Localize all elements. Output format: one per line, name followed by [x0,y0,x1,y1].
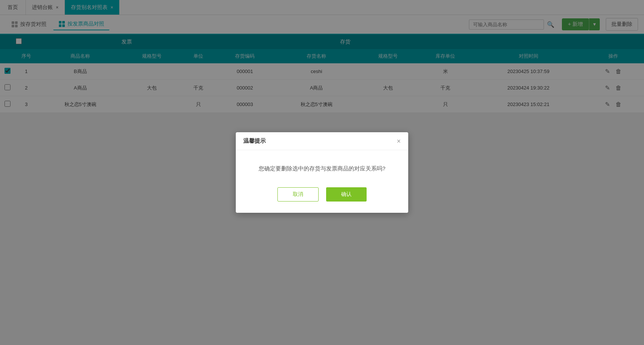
dialog-overlay: 温馨提示 × 您确定要删除选中的存货与发票商品的对应关系吗? 取消 确认 [0,0,644,113]
